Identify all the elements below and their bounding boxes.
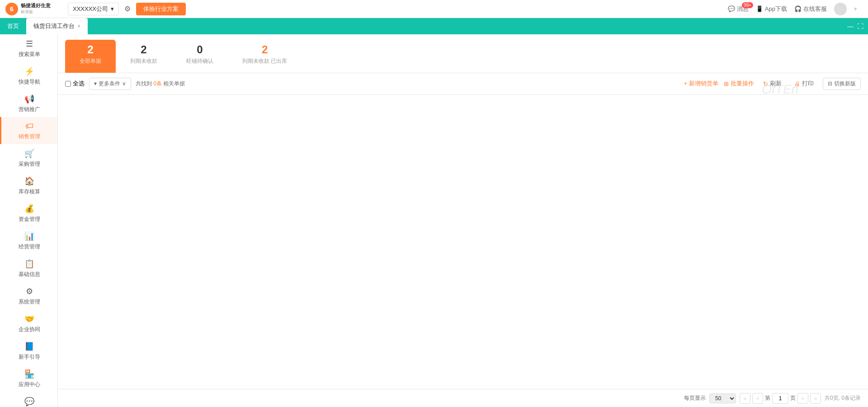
sidebar-app-center-label: 应用中心: [19, 381, 40, 388]
toolbar-left: 全选 ▾ 更多条件 ∨ 共找到 0条 相关单据: [65, 78, 679, 90]
quick-nav-icon: ⚡: [24, 66, 34, 76]
select-all-checkbox[interactable]: 全选: [65, 80, 85, 88]
sidebar-item-basic-info[interactable]: 📋 基础信息: [0, 254, 57, 282]
page-suffix: 页: [790, 394, 796, 402]
sidebar-item-search[interactable]: ☰ 搜索菜单: [0, 34, 57, 62]
app-download-btn[interactable]: 📱 App下载: [756, 5, 787, 13]
stat-card-all[interactable]: 2 全部单据: [65, 40, 116, 73]
sidebar-item-finance[interactable]: 💰 资金管理: [0, 199, 57, 227]
toolbar: 全选 ▾ 更多条件 ∨ 共找到 0条 相关单据 + 新增销货单 ⊞: [58, 73, 868, 95]
sidebar-enterprise-label: 企业协同: [19, 326, 40, 333]
app-center-icon: 🏪: [24, 369, 34, 379]
found-suffix: 相关单据: [163, 80, 185, 87]
batch-ops-btn[interactable]: ⊞ 批量操作: [724, 80, 754, 88]
checkbox-input[interactable]: [65, 81, 71, 87]
online-service-icon: 🎧: [794, 5, 802, 12]
user-name[interactable]: ▾: [854, 5, 857, 12]
found-count: 0条: [153, 80, 162, 87]
sidebar-item-sales[interactable]: 🏷 销售管理: [0, 117, 57, 144]
settings-icon[interactable]: ⚙: [124, 5, 131, 13]
filter-dropdown-icon: ∨: [122, 80, 126, 87]
next-page-btn[interactable]: >: [797, 393, 808, 404]
new-btn-label: + 新增销货单: [684, 80, 718, 88]
batch-icon: ⊞: [724, 80, 729, 87]
logo-icon: 6: [5, 3, 18, 15]
stat-number-shipped: 2: [262, 43, 268, 56]
stat-card-overdue[interactable]: 2 到期未收款: [116, 40, 172, 73]
page-input[interactable]: [772, 393, 788, 404]
stat-card-wangpu[interactable]: 0 旺铺待确认: [172, 40, 228, 73]
last-page-btn[interactable]: »: [810, 393, 821, 404]
print-btn[interactable]: 🖨 打印: [791, 78, 817, 89]
online-service-label: 在线客服: [803, 5, 827, 13]
header-middle: XXXXXX公司 ▾ ⚙ 体验行业方案: [63, 3, 728, 15]
tab-active[interactable]: 钱货日清工作台 ×: [26, 18, 88, 34]
tab-maximize-icon[interactable]: ⛶: [857, 23, 863, 30]
found-text: 共找到 0条 相关单据: [136, 80, 185, 88]
tab-home-label: 首页: [7, 22, 19, 30]
sidebar-item-quick-nav[interactable]: ⚡ 快捷导航: [0, 62, 57, 89]
sidebar-item-system[interactable]: ⚙ 系统管理: [0, 282, 57, 309]
tab-minimize-icon[interactable]: —: [847, 23, 854, 30]
stat-card-shipped[interactable]: 2 到期未收款 已出库: [228, 40, 302, 73]
stat-label-shipped: 到期未收款 已出库: [242, 57, 287, 65]
sidebar-item-inventory[interactable]: 🏠 库存核算: [0, 172, 57, 199]
per-page-select[interactable]: 50 100 200: [709, 393, 736, 403]
sidebar-inventory-label: 库存核算: [19, 188, 40, 196]
sidebar-item-enterprise[interactable]: 🤝 企业协同: [0, 309, 57, 337]
sidebar-item-wechat[interactable]: 💬 企业微信: [0, 392, 57, 407]
print-label: 打印: [802, 80, 814, 88]
sidebar: ☰ 搜索菜单 ⚡ 快捷导航 📢 营销推广 🏷 销售管理 🛒 采购管理 🏠 库存核…: [0, 34, 58, 407]
prev-page-btn[interactable]: <: [752, 393, 763, 404]
message-icon: 💬: [728, 5, 735, 12]
logo-text-sub: 标准版: [21, 9, 51, 15]
sidebar-item-guide[interactable]: 📘 新手引导: [0, 337, 57, 365]
sidebar-finance-label: 资金管理: [19, 215, 40, 223]
switch-new-version-btn[interactable]: ⊟ 切换新版: [823, 78, 861, 90]
refresh-btn[interactable]: ↻ 刷新: [760, 78, 785, 89]
first-page-btn[interactable]: «: [740, 393, 750, 404]
online-service-btn[interactable]: 🎧 在线客服: [794, 5, 827, 13]
operations-icon: 📊: [24, 231, 34, 241]
stat-number-wangpu: 0: [197, 43, 203, 56]
filter-btn[interactable]: ▾ 更多条件 ∨: [89, 78, 131, 90]
main-layout: ☰ 搜索菜单 ⚡ 快捷导航 📢 营销推广 🏷 销售管理 🛒 采购管理 🏠 库存核…: [0, 34, 868, 407]
sidebar-system-label: 系统管理: [19, 298, 40, 306]
tab-bar-right: — ⛶: [847, 23, 868, 30]
stat-label-all: 全部单据: [80, 57, 101, 65]
top-header: 6 畅捷通好生意 标准版 XXXXXX公司 ▾ ⚙ 体验行业方案 💬 消息 99…: [0, 0, 868, 18]
sales-icon: 🏷: [25, 122, 33, 131]
new-sales-order-btn[interactable]: + 新增销货单: [684, 80, 718, 88]
toolbar-right: + 新增销货单 ⊞ 批量操作 ↻ 刷新 🖨 打印 ⊟ 切换新版: [684, 78, 861, 90]
sidebar-operations-label: 经营管理: [19, 243, 40, 251]
logo-text-main: 畅捷通好生意: [21, 3, 51, 9]
sidebar-sales-label: 销售管理: [19, 133, 40, 140]
company-selector[interactable]: XXXXXX公司 ▾: [68, 3, 119, 15]
table-area: [58, 95, 868, 389]
enterprise-icon: 🤝: [24, 314, 34, 324]
page-prefix: 第: [765, 394, 770, 402]
avatar[interactable]: [834, 3, 847, 15]
logo-text: 畅捷通好生意 标准版: [21, 3, 51, 14]
page-nav: « < 第 页 > »: [740, 393, 821, 404]
sidebar-item-operations[interactable]: 📊 经营管理: [0, 227, 57, 254]
sidebar-item-app-center[interactable]: 🏪 应用中心: [0, 365, 57, 392]
filter-label: 更多条件: [99, 80, 120, 88]
stats-row: 2 全部单据 2 到期未收款 0 旺铺待确认 2 到期未收款 已出库: [58, 34, 868, 73]
sidebar-item-purchase[interactable]: 🛒 采购管理: [0, 144, 57, 172]
content-area: 2 全部单据 2 到期未收款 0 旺铺待确认 2 到期未收款 已出库 全选: [58, 34, 868, 407]
print-icon: 🖨: [794, 80, 800, 87]
sidebar-item-marketing[interactable]: 📢 营销推广: [0, 89, 57, 117]
stat-label-overdue: 到期未收款: [130, 57, 157, 65]
tab-home[interactable]: 首页: [0, 18, 26, 34]
tab-close-icon[interactable]: ×: [77, 23, 80, 29]
experience-btn[interactable]: 体验行业方案: [136, 3, 186, 15]
tab-active-label: 钱货日清工作台: [33, 22, 75, 30]
basic-info-icon: 📋: [24, 259, 34, 269]
sidebar-search-label: 搜索菜单: [19, 51, 40, 58]
app-download-label: App下载: [765, 5, 787, 13]
message-btn[interactable]: 💬 消息 99+: [728, 5, 749, 13]
select-all-label: 全选: [73, 80, 85, 88]
pagination: 每页显示 50 100 200 « < 第 页 > » 共0页, 0条记录: [58, 389, 868, 407]
filter-icon: ▾: [94, 80, 97, 87]
